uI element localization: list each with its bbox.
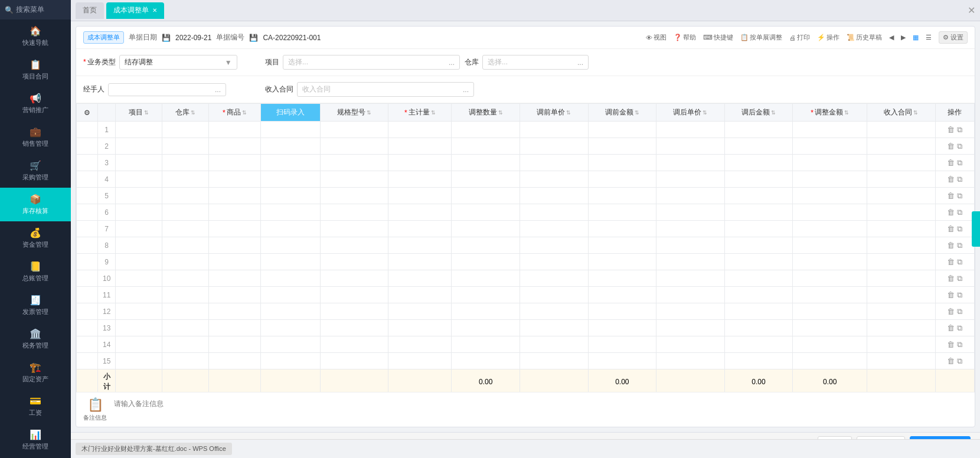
nav-prev-button[interactable]: ◀ — [889, 34, 894, 41]
cell-adjust_amount-4[interactable] — [793, 171, 867, 188]
cell-warehouse-11[interactable] — [162, 287, 208, 303]
cell-after_amount-6[interactable] — [724, 204, 793, 221]
cell-project-11[interactable] — [116, 287, 162, 303]
cell-adjust_amount-10[interactable] — [793, 270, 867, 287]
cell-after_price-1[interactable] — [656, 122, 725, 138]
cell-scan_input-3[interactable] — [261, 155, 320, 171]
cell-goods-3[interactable] — [208, 155, 261, 171]
shortcut-action[interactable]: ⌨ 快捷键 — [703, 33, 733, 42]
cell-scan_input-14[interactable] — [261, 336, 320, 353]
delete-row-13[interactable]: 🗑 — [947, 323, 955, 333]
notes-input[interactable] — [114, 397, 968, 410]
cell-after_price-14[interactable] — [656, 336, 725, 353]
copy-row-7[interactable]: ⧉ — [957, 224, 962, 234]
cell-after_price-6[interactable] — [656, 204, 725, 221]
cell-after_price-2[interactable] — [656, 138, 725, 155]
cell-after_amount-4[interactable] — [724, 171, 793, 188]
cell-before_price-7[interactable] — [520, 221, 589, 237]
copy-row-12[interactable]: ⧉ — [957, 307, 962, 316]
cell-before_price-2[interactable] — [520, 138, 589, 155]
cell-income_contract-5[interactable] — [867, 188, 936, 204]
cell-goods-15[interactable] — [208, 353, 261, 369]
cell-before_amount-4[interactable] — [588, 171, 656, 188]
nav-next-button[interactable]: ▶ — [901, 34, 906, 41]
cell-warehouse-3[interactable] — [162, 155, 208, 171]
cell-before_price-12[interactable] — [520, 303, 589, 320]
cell-before_price-9[interactable] — [520, 254, 589, 270]
cell-warehouse-13[interactable] — [162, 320, 208, 336]
sidebar-item-ledger-management[interactable]: 📒总账管理 — [0, 255, 71, 289]
cell-adjust_qty-1[interactable] — [452, 122, 520, 138]
cell-unit-9[interactable] — [388, 254, 452, 270]
cell-adjust_amount-9[interactable] — [793, 254, 867, 270]
sidebar-search[interactable]: 🔍 搜索菜单 — [0, 0, 71, 19]
warehouse-dots[interactable]: ... — [577, 58, 583, 67]
cell-income_contract-6[interactable] — [867, 204, 936, 221]
delete-row-8[interactable]: 🗑 — [947, 241, 955, 250]
cell-warehouse-12[interactable] — [162, 303, 208, 320]
cell-unit-15[interactable] — [388, 353, 452, 369]
income-contract-dots[interactable]: ... — [463, 86, 469, 94]
cell-project-12[interactable] — [116, 303, 162, 320]
sort-icon-unit[interactable]: ⇅ — [431, 110, 436, 116]
copy-row-11[interactable]: ⧉ — [957, 290, 962, 300]
project-dots[interactable]: ... — [449, 58, 455, 67]
cell-before_price-15[interactable] — [520, 353, 589, 369]
cell-after_price-8[interactable] — [656, 237, 725, 254]
cell-adjust_qty-7[interactable] — [452, 221, 520, 237]
cell-adjust_amount-7[interactable] — [793, 221, 867, 237]
cell-before_price-1[interactable] — [520, 122, 589, 138]
cell-scan_input-9[interactable] — [261, 254, 320, 270]
cell-before_amount-1[interactable] — [588, 122, 656, 138]
delete-row-2[interactable]: 🗑 — [947, 142, 955, 151]
cell-goods-5[interactable] — [208, 188, 261, 204]
cell-before_amount-2[interactable] — [588, 138, 656, 155]
sidebar-item-payroll[interactable]: 💳工资 — [0, 390, 71, 423]
cell-warehouse-7[interactable] — [162, 221, 208, 237]
cell-before_amount-12[interactable] — [588, 303, 656, 320]
cell-after_amount-14[interactable] — [724, 336, 793, 353]
cell-adjust_qty-10[interactable] — [452, 270, 520, 287]
cell-project-14[interactable] — [116, 336, 162, 353]
cell-unit-10[interactable] — [388, 270, 452, 287]
cell-after_amount-2[interactable] — [724, 138, 793, 155]
cell-adjust_qty-8[interactable] — [452, 237, 520, 254]
settings-doc-button[interactable]: ⚙ 设置 — [939, 31, 968, 44]
delete-row-12[interactable]: 🗑 — [947, 307, 955, 316]
cell-goods-9[interactable] — [208, 254, 261, 270]
cell-project-9[interactable] — [116, 254, 162, 270]
cell-before_amount-8[interactable] — [588, 237, 656, 254]
cell-unit-7[interactable] — [388, 221, 452, 237]
copy-row-4[interactable]: ⧉ — [957, 175, 962, 184]
cell-income_contract-1[interactable] — [867, 122, 936, 138]
sort-icon-before_amount[interactable]: ⇅ — [635, 110, 639, 116]
cell-after_price-9[interactable] — [656, 254, 725, 270]
list-view-icon[interactable]: ☰ — [926, 34, 932, 41]
cell-before_price-13[interactable] — [520, 320, 589, 336]
cell-unit-3[interactable] — [388, 155, 452, 171]
cell-adjust_qty-4[interactable] — [452, 171, 520, 188]
cell-after_price-12[interactable] — [656, 303, 725, 320]
cell-spec_type-7[interactable] — [320, 221, 388, 237]
cell-after_amount-8[interactable] — [724, 237, 793, 254]
cell-scan_input-7[interactable] — [261, 221, 320, 237]
cell-after_price-10[interactable] — [656, 270, 725, 287]
cell-before_amount-10[interactable] — [588, 270, 656, 287]
cell-scan_input-4[interactable] — [261, 171, 320, 188]
cell-adjust_amount-8[interactable] — [793, 237, 867, 254]
cell-adjust_amount-11[interactable] — [793, 287, 867, 303]
cell-before_price-3[interactable] — [520, 155, 589, 171]
handler-input[interactable]: ... — [108, 83, 226, 96]
cell-income_contract-8[interactable] — [867, 237, 936, 254]
cell-warehouse-1[interactable] — [162, 122, 208, 138]
cell-project-10[interactable] — [116, 270, 162, 287]
date-value[interactable]: 2022-09-21 — [175, 34, 211, 42]
cell-settings-2[interactable] — [77, 138, 98, 155]
cell-settings-10[interactable] — [77, 270, 98, 287]
cell-project-1[interactable] — [116, 122, 162, 138]
cell-after_amount-3[interactable] — [724, 155, 793, 171]
cell-after_price-11[interactable] — [656, 287, 725, 303]
tab-cost-adjustment[interactable]: 成本调整单✕ — [106, 2, 164, 19]
copy-row-15[interactable]: ⧉ — [957, 356, 962, 366]
cell-spec_type-4[interactable] — [320, 171, 388, 188]
